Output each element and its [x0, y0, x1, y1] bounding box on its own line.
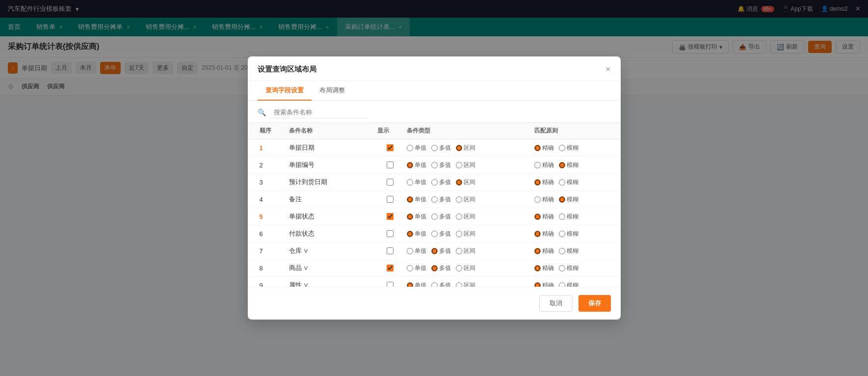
dialog-tab-query-fields[interactable]: 查询字段设置 [258, 81, 312, 95]
dialog-title: 设置查询区域布局 [258, 65, 316, 74]
dialog-tab-layout[interactable]: 布局调整 [312, 81, 353, 95]
dialog-header: 设置查询区域布局 × [248, 56, 621, 81]
dialog-tabs: 查询字段设置 布局调整 [248, 81, 621, 95]
settings-dialog: 设置查询区域布局 × 查询字段设置 布局调整 🔍 顺序 条件名称 显示 条件类型 [248, 56, 621, 95]
modal-overlay: 设置查询区域布局 × 查询字段设置 布局调整 🔍 顺序 条件名称 显示 条件类型 [0, 0, 868, 95]
dialog-close-button[interactable]: × [605, 64, 611, 75]
